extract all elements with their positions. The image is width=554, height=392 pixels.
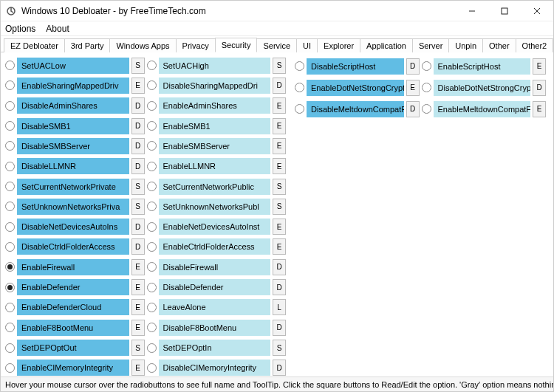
tab-ui[interactable]: UI — [296, 38, 318, 52]
option-label[interactable]: EnableAdminShares — [159, 97, 271, 114]
option-label[interactable]: SetCurrentNetworkPublic — [159, 179, 271, 195]
option-label[interactable]: DisableDotNetStrongCrypt — [434, 80, 531, 96]
option-radio[interactable] — [5, 141, 15, 151]
option-label[interactable]: DisableCtrldFolderAccess — [17, 238, 129, 255]
option-edit-button[interactable]: S — [131, 340, 145, 356]
option-label[interactable]: DisableF8BootMenu — [159, 320, 271, 336]
option-radio[interactable] — [147, 61, 157, 70]
option-radio[interactable] — [147, 303, 157, 312]
option-label[interactable]: DisableFirewall — [159, 259, 271, 275]
tab-unpin[interactable]: Unpin — [448, 38, 483, 52]
option-label[interactable]: SetUACHigh — [159, 58, 271, 74]
option-edit-button[interactable]: S — [273, 199, 286, 215]
minimize-button[interactable] — [456, 1, 488, 21]
option-label[interactable]: DisableSMB1 — [17, 118, 129, 134]
option-label[interactable]: EnableMeltdownCompatFl — [434, 101, 531, 117]
option-radio[interactable] — [147, 323, 157, 332]
option-label[interactable]: EnableScriptHost — [434, 58, 531, 75]
menu-about[interactable]: About — [46, 24, 69, 34]
tab-3rd-party[interactable]: 3rd Party — [64, 38, 111, 52]
option-radio[interactable] — [147, 363, 157, 373]
option-label[interactable]: EnableDefenderCloud — [17, 299, 129, 315]
option-edit-button[interactable]: E — [131, 360, 145, 376]
option-radio[interactable] — [5, 80, 15, 90]
option-edit-button[interactable]: E — [131, 320, 145, 336]
option-radio[interactable] — [5, 121, 15, 131]
option-label[interactable]: SetUnknownNetworksPriva — [17, 199, 129, 215]
option-edit-button[interactable]: S — [273, 340, 286, 356]
option-edit-button[interactable]: E — [273, 238, 286, 255]
option-radio[interactable] — [147, 343, 157, 353]
tab-windows-apps[interactable]: Windows Apps — [109, 38, 176, 52]
option-edit-button[interactable]: D — [131, 138, 145, 154]
tab-service[interactable]: Service — [256, 38, 297, 52]
option-radio[interactable] — [5, 202, 15, 211]
option-edit-button[interactable]: S — [131, 199, 145, 215]
option-radio[interactable] — [147, 222, 157, 232]
option-edit-button[interactable]: D — [273, 320, 286, 336]
option-edit-button[interactable]: E — [533, 101, 546, 117]
option-edit-button[interactable]: D — [131, 158, 145, 174]
option-label[interactable]: SetDEPOptOut — [17, 340, 129, 356]
option-radio[interactable] — [147, 262, 157, 272]
option-radio[interactable] — [422, 83, 431, 92]
option-edit-button[interactable]: D — [273, 259, 286, 275]
option-edit-button[interactable]: D — [273, 279, 286, 295]
option-edit-button[interactable]: E — [131, 259, 145, 275]
option-label[interactable]: EnableF8BootMenu — [17, 320, 129, 336]
option-edit-button[interactable]: S — [131, 58, 145, 74]
option-label[interactable]: DisableLLMNR — [17, 158, 129, 174]
option-radio[interactable] — [5, 363, 15, 373]
option-edit-button[interactable]: D — [131, 238, 145, 255]
option-label[interactable]: EnableCIMemoryIntegrity — [17, 360, 129, 376]
close-button[interactable] — [521, 1, 553, 21]
option-label[interactable]: SetUnknownNetworksPubl — [159, 199, 271, 215]
option-edit-button[interactable]: E — [273, 219, 286, 235]
option-radio[interactable] — [147, 283, 157, 292]
option-radio[interactable] — [147, 182, 157, 191]
option-edit-button[interactable]: E — [131, 299, 145, 315]
option-label[interactable]: DisableAdminShares — [17, 97, 129, 114]
option-label[interactable]: DisableSMBServer — [17, 138, 129, 154]
option-label[interactable]: EnableLLMNR — [159, 158, 271, 174]
option-radio[interactable] — [147, 80, 157, 90]
option-radio[interactable] — [422, 61, 431, 71]
option-label[interactable]: EnableDotNetStrongCrypt — [307, 80, 404, 96]
option-radio[interactable] — [422, 104, 431, 114]
option-radio[interactable] — [5, 262, 15, 272]
option-edit-button[interactable]: D — [273, 78, 286, 94]
option-edit-button[interactable]: E — [533, 58, 546, 75]
option-radio[interactable] — [147, 101, 157, 111]
option-radio[interactable] — [147, 202, 157, 211]
option-edit-button[interactable]: E — [273, 138, 286, 154]
option-label[interactable]: DisableSharingMappedDri — [159, 78, 271, 94]
option-radio[interactable] — [5, 182, 15, 191]
option-edit-button[interactable]: D — [406, 58, 420, 75]
option-label[interactable]: DisableScriptHost — [307, 58, 404, 75]
option-label[interactable]: EnableNetDevicesAutoInst — [159, 219, 271, 235]
option-label[interactable]: EnableSharingMappedDriv — [17, 78, 129, 94]
option-radio[interactable] — [5, 61, 15, 70]
option-edit-button[interactable]: E — [273, 118, 286, 134]
option-radio[interactable] — [295, 83, 304, 92]
tab-server[interactable]: Server — [412, 38, 449, 52]
option-label[interactable]: LeaveAlone — [159, 299, 271, 315]
menu-options[interactable]: Options — [5, 24, 35, 34]
option-edit-button[interactable]: L — [273, 299, 286, 315]
option-label[interactable]: EnableSMBServer — [159, 138, 271, 154]
option-label[interactable]: DisableMeltdownCompatF — [307, 101, 404, 117]
option-radio[interactable] — [295, 104, 304, 114]
tab-security[interactable]: Security — [215, 38, 258, 52]
option-radio[interactable] — [5, 242, 15, 252]
option-label[interactable]: EnableDefender — [17, 279, 129, 295]
option-radio[interactable] — [5, 303, 15, 312]
option-edit-button[interactable]: E — [273, 158, 286, 174]
option-edit-button[interactable]: D — [533, 80, 546, 96]
tab-other[interactable]: Other — [482, 38, 516, 52]
option-radio[interactable] — [147, 141, 157, 151]
option-label[interactable]: EnableSMB1 — [159, 118, 271, 134]
maximize-button[interactable] — [488, 1, 521, 21]
tab-application[interactable]: Application — [360, 38, 413, 52]
option-radio[interactable] — [295, 61, 304, 71]
tab-other2[interactable]: Other2 — [516, 38, 554, 52]
